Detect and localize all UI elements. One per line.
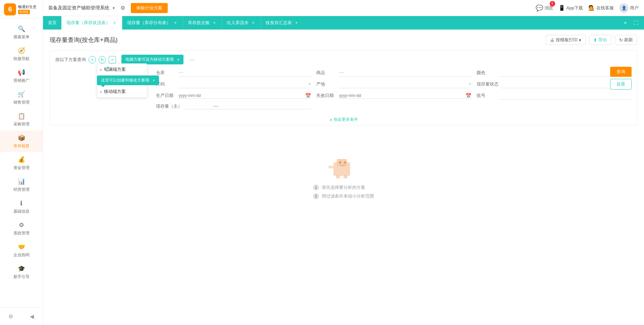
filter-warehouse: 仓库 ⋯ xyxy=(156,68,311,77)
calendar-icon-produce: 📅 xyxy=(305,93,311,98)
scheme-arrow-icon-2: ▶ xyxy=(100,90,103,94)
scheme-item-desktop[interactable]: ▶ 电脑端方案 xyxy=(97,65,147,74)
sidebar-item-guide[interactable]: 🎓 新手引导 xyxy=(0,261,43,283)
sidebar-item-sales[interactable]: 🛒 销售管理 xyxy=(0,87,43,109)
sidebar-item-finance[interactable]: 💰 资金管理 xyxy=(0,152,43,174)
svg-point-2 xyxy=(339,161,341,163)
filter-size: 尺码 ▾ xyxy=(156,80,311,88)
filter-refresh-btn[interactable]: ↻ xyxy=(99,56,106,63)
export-icon: ⬆ xyxy=(593,38,597,43)
tab-inventory-status[interactable]: 现存量（库存状况表） × xyxy=(61,16,122,30)
origin-chevron: ▾ xyxy=(469,82,471,87)
print-dropdown-icon: ▾ xyxy=(579,38,581,43)
empty-text: 1 请先选择要分析的方案 2 用过滤条件来缩小分析范围 xyxy=(313,184,374,199)
stock-main-range[interactable]: — xyxy=(185,103,311,109)
stock-main-from[interactable] xyxy=(185,104,212,109)
sidebar-item-inventory[interactable]: 📦 库存核算 xyxy=(0,130,43,152)
tab-close-3[interactable]: × xyxy=(212,20,217,25)
empty-state: 1 请先选择要分析的方案 2 用过滤条件来缩小分析范围 xyxy=(50,125,637,213)
svg-point-3 xyxy=(344,161,346,163)
reset-btn[interactable]: 设置 xyxy=(610,79,632,90)
filter-goods: 商品 ⋯ xyxy=(316,68,471,77)
tab-close-all[interactable]: × xyxy=(621,19,629,27)
size-select[interactable]: ▾ xyxy=(179,80,311,88)
filter-title: 按以下方案查询 xyxy=(55,57,86,63)
tooltip-close-2[interactable]: × xyxy=(153,78,155,83)
goods-dots: ⋯ xyxy=(339,70,344,75)
tab-close-5[interactable]: × xyxy=(294,20,299,25)
guide-nav-icon: 🎓 xyxy=(17,265,25,273)
page-title-bar: 现存量查询(按仓库+商品) 🖨 按模板打印 ▾ ⬆ 导出 ↻ 刷新 xyxy=(50,35,637,45)
sidebar-logo: 6 畅通好生意 标准版 xyxy=(0,0,43,19)
logo-text: 畅通好生意 标准版 xyxy=(18,4,37,14)
tab-summary[interactable]: 收发存汇总表 × xyxy=(261,16,304,30)
inventory-nav-icon: 📦 xyxy=(17,134,25,142)
marketing-nav-icon: 📢 xyxy=(17,68,25,76)
filter-produce-date: 生产日期 📅 xyxy=(156,92,311,100)
tab-maximize[interactable]: ⛶ xyxy=(632,19,640,27)
sidebar-item-search[interactable]: 🔍 搜索菜单 xyxy=(0,21,43,43)
tooltip-close-1[interactable]: × xyxy=(177,57,179,62)
tab-close-4[interactable]: × xyxy=(251,20,256,25)
sidebar-item-management[interactable]: 📊 经营管理 xyxy=(0,174,43,196)
purchase-nav-icon: 📋 xyxy=(17,112,25,120)
topbar-settings-icon[interactable]: ⚙ xyxy=(118,3,127,13)
expire-date-field[interactable] xyxy=(339,93,464,98)
topbar: 装备及固定资产辅助管理系统 ▾ ⚙ 体验行业方案 💬 6 消息 📱 App下载 … xyxy=(43,0,644,16)
tab-batch[interactable]: 库存批次账 × xyxy=(183,16,222,30)
industry-btn[interactable]: 体验行业方案 xyxy=(131,3,168,13)
empty-illustration xyxy=(327,152,360,179)
warehouse-select[interactable]: ⋯ xyxy=(179,68,311,77)
print-btn[interactable]: 🖨 按模板打印 ▾ xyxy=(546,35,586,45)
produce-date-field[interactable] xyxy=(179,93,304,98)
search-btn[interactable]: 查询 xyxy=(610,67,632,77)
export-btn[interactable]: ⬆ 导出 xyxy=(589,35,611,45)
chevron-up-icon: ∧ xyxy=(329,117,332,122)
management-nav-icon: 📊 xyxy=(17,177,25,185)
sidebar-item-purchase[interactable]: 📋 采购管理 xyxy=(0,109,43,130)
batch-input[interactable] xyxy=(499,92,632,100)
tab-home[interactable]: 首页 xyxy=(43,16,61,30)
sidebar-item-system[interactable]: ⚙ 系统管理 xyxy=(0,218,43,239)
basic-nav-icon: ℹ xyxy=(17,199,25,207)
sidebar-item-basic[interactable]: ℹ 基础信息 xyxy=(0,196,43,218)
scheme-item-mobile[interactable]: ▶ 移动端方案 xyxy=(97,87,147,96)
svg-rect-5 xyxy=(336,175,340,178)
sidebar-collapse-btn[interactable]: ◀ xyxy=(26,311,37,322)
filter-stock-main: 现存量（主） — xyxy=(156,103,311,109)
online-support-btn[interactable]: 💁 在线客服 xyxy=(588,5,614,11)
filter-add-btn[interactable]: + xyxy=(89,56,96,63)
tab-close-2[interactable]: × xyxy=(173,20,178,25)
produce-date-input[interactable]: 📅 xyxy=(179,93,311,99)
user-menu[interactable]: 👤 用户 xyxy=(619,3,639,13)
topbar-left: 装备及固定资产辅助管理系统 ▾ ⚙ 体验行业方案 xyxy=(48,3,168,13)
origin-select[interactable]: ▾ xyxy=(339,80,471,88)
sidebar-item-marketing[interactable]: 📢 营销推广 xyxy=(0,65,43,87)
dots-icon-1: ⋯ xyxy=(189,56,195,63)
refresh-btn[interactable]: ↻ 刷新 xyxy=(615,35,637,45)
sidebar-item-collab[interactable]: 🤝 企业协同 xyxy=(0,239,43,261)
scheme-arrow-icon: ▶ xyxy=(100,68,103,71)
size-chevron: ▾ xyxy=(309,82,311,87)
collapse-bar[interactable]: ∧ 收起更多条件 xyxy=(55,113,632,122)
tabbar: 首页 现存量（库存状况表） × 现存量（库存分布表） × 库存批次账 × 出入库… xyxy=(43,16,644,30)
goods-select[interactable]: ⋯ xyxy=(339,68,471,77)
system-dropdown[interactable]: ▾ xyxy=(113,6,115,10)
filter-batch: 批号 xyxy=(477,92,632,100)
tab-close-1[interactable]: × xyxy=(112,20,117,25)
filter-origin: 产地 ▾ xyxy=(316,80,471,88)
expire-date-input[interactable]: 📅 xyxy=(339,93,471,99)
page-actions: 🖨 按模板打印 ▾ ⬆ 导出 ↻ 刷新 xyxy=(546,35,637,45)
sidebar-item-nav[interactable]: 🧭 快捷导航 xyxy=(0,43,43,65)
search-btn-area: 查询 设置 xyxy=(610,67,632,90)
message-btn[interactable]: 💬 6 消息 xyxy=(536,4,553,12)
sidebar-settings-btn[interactable]: ⚙ xyxy=(5,311,16,322)
empty-text-item-2: 2 用过滤条件来缩小分析范围 xyxy=(313,193,374,199)
filter-back-btn[interactable]: « xyxy=(109,56,116,63)
app-download-btn[interactable]: 📱 App下载 xyxy=(558,5,583,11)
tab-inventory-dist[interactable]: 现存量（库存分布表） × xyxy=(122,16,183,30)
nav-nav-icon: 🧭 xyxy=(17,47,25,55)
tab-inout-flow[interactable]: 出入库流水 × xyxy=(222,16,261,30)
stock-main-to[interactable] xyxy=(220,104,247,109)
sidebar: 6 畅通好生意 标准版 🔍 搜索菜单 🧭 快捷导航 📢 营销推广 🛒 销售管理 … xyxy=(0,0,43,325)
